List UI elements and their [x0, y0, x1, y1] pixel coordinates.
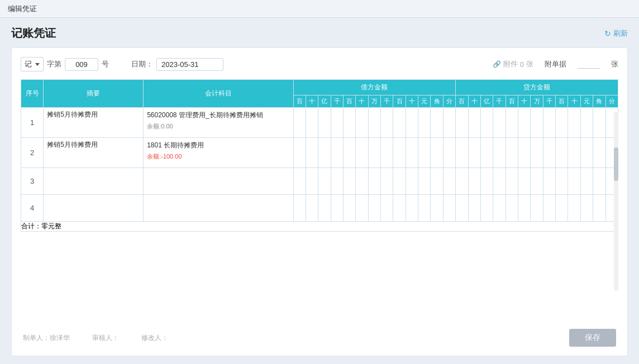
- save-button[interactable]: 保存: [569, 329, 616, 347]
- row1-d9[interactable]: [393, 108, 406, 138]
- row2-account[interactable]: 1801 长期待摊费用 余额:-100.00: [144, 138, 293, 168]
- row3-d1[interactable]: [293, 168, 306, 195]
- row1-c1[interactable]: [456, 108, 468, 138]
- row4-d2[interactable]: [306, 195, 318, 222]
- row3-c9[interactable]: [556, 168, 568, 195]
- row3-c7[interactable]: [531, 168, 543, 195]
- row3-c12[interactable]: [593, 168, 605, 195]
- voucher-number-input[interactable]: [65, 58, 98, 71]
- row2-d1[interactable]: [293, 138, 306, 168]
- row4-d8[interactable]: [381, 195, 393, 222]
- row2-summary[interactable]: 摊销5月待摊费用: [44, 138, 144, 168]
- row3-d13[interactable]: [443, 168, 455, 195]
- row4-d1[interactable]: [293, 195, 306, 222]
- zhang-input[interactable]: [578, 60, 600, 69]
- row1-d5[interactable]: [343, 108, 355, 138]
- row4-c4[interactable]: [493, 195, 506, 222]
- row2-c6[interactable]: [518, 138, 530, 168]
- row2-c2[interactable]: [468, 138, 480, 168]
- row4-d11[interactable]: [418, 195, 431, 222]
- row3-c11[interactable]: [580, 168, 593, 195]
- row4-c7[interactable]: [531, 195, 543, 222]
- row2-d13[interactable]: [443, 138, 455, 168]
- row3-c1[interactable]: [456, 168, 468, 195]
- row3-d12[interactable]: [431, 168, 443, 195]
- row4-d5[interactable]: [343, 195, 355, 222]
- row2-c11[interactable]: [580, 138, 593, 168]
- row3-d9[interactable]: [393, 168, 406, 195]
- row1-c9[interactable]: [556, 108, 568, 138]
- row1-c12[interactable]: [593, 108, 605, 138]
- row2-d10[interactable]: [406, 138, 418, 168]
- row4-d12[interactable]: [431, 195, 443, 222]
- row4-c9[interactable]: [556, 195, 568, 222]
- refresh-button[interactable]: ↻ 刷新: [604, 28, 628, 39]
- row4-d9[interactable]: [393, 195, 406, 222]
- row3-c6[interactable]: [518, 168, 530, 195]
- row4-account[interactable]: [144, 195, 293, 222]
- type-select[interactable]: 记: [21, 57, 44, 71]
- row3-d8[interactable]: [381, 168, 393, 195]
- row3-d11[interactable]: [418, 168, 431, 195]
- row4-c10[interactable]: [568, 195, 580, 222]
- row2-d3[interactable]: [318, 138, 331, 168]
- row2-c5[interactable]: [506, 138, 518, 168]
- row2-d4[interactable]: [331, 138, 343, 168]
- row4-d3[interactable]: [318, 195, 331, 222]
- row2-c7[interactable]: [531, 138, 543, 168]
- row2-c1[interactable]: [456, 138, 468, 168]
- row4-c12[interactable]: [593, 195, 605, 222]
- row3-d5[interactable]: [343, 168, 355, 195]
- row3-c2[interactable]: [468, 168, 480, 195]
- row1-c6[interactable]: [518, 108, 530, 138]
- row2-d6[interactable]: [356, 138, 368, 168]
- row4-c3[interactable]: [480, 195, 493, 222]
- row2-d2[interactable]: [306, 138, 318, 168]
- row3-d6[interactable]: [356, 168, 368, 195]
- row2-d7[interactable]: [368, 138, 380, 168]
- row1-d7[interactable]: [368, 108, 380, 138]
- row2-c8[interactable]: [543, 138, 555, 168]
- row3-c5[interactable]: [506, 168, 518, 195]
- row1-d4[interactable]: [331, 108, 343, 138]
- row2-d9[interactable]: [393, 138, 406, 168]
- row1-c5[interactable]: [506, 108, 518, 138]
- row1-c10[interactable]: [568, 108, 580, 138]
- row1-d6[interactable]: [356, 108, 368, 138]
- row1-c3[interactable]: [480, 108, 493, 138]
- row3-summary[interactable]: [44, 168, 144, 195]
- attachment-link[interactable]: 🔗 附件 0 张: [493, 59, 533, 69]
- row1-d1[interactable]: [293, 108, 306, 138]
- row1-d12[interactable]: [431, 108, 443, 138]
- row1-account[interactable]: 56020008 管理费用_长期待摊费用摊销 余额:0.00: [144, 108, 293, 138]
- row3-c8[interactable]: [543, 168, 555, 195]
- row2-c10[interactable]: [568, 138, 580, 168]
- row4-c11[interactable]: [580, 195, 593, 222]
- row3-c10[interactable]: [568, 168, 580, 195]
- row3-d2[interactable]: [306, 168, 318, 195]
- row3-c4[interactable]: [493, 168, 506, 195]
- row1-d10[interactable]: [406, 108, 418, 138]
- row3-account[interactable]: [144, 168, 293, 195]
- row1-d2[interactable]: [306, 108, 318, 138]
- row1-c4[interactable]: [493, 108, 506, 138]
- scrollbar-track[interactable]: [614, 112, 618, 291]
- row4-c2[interactable]: [468, 195, 480, 222]
- row3-d4[interactable]: [331, 168, 343, 195]
- row2-c4[interactable]: [493, 138, 506, 168]
- row3-d10[interactable]: [406, 168, 418, 195]
- date-input[interactable]: [156, 58, 223, 71]
- row2-d5[interactable]: [343, 138, 355, 168]
- row2-d12[interactable]: [431, 138, 443, 168]
- row3-d3[interactable]: [318, 168, 331, 195]
- row4-d6[interactable]: [356, 195, 368, 222]
- row1-c11[interactable]: [580, 108, 593, 138]
- row4-d7[interactable]: [368, 195, 380, 222]
- row2-c12[interactable]: [593, 138, 605, 168]
- row1-d8[interactable]: [381, 108, 393, 138]
- row3-d7[interactable]: [368, 168, 380, 195]
- row4-c8[interactable]: [543, 195, 555, 222]
- row1-c8[interactable]: [543, 108, 555, 138]
- row4-c6[interactable]: [518, 195, 530, 222]
- row4-d4[interactable]: [331, 195, 343, 222]
